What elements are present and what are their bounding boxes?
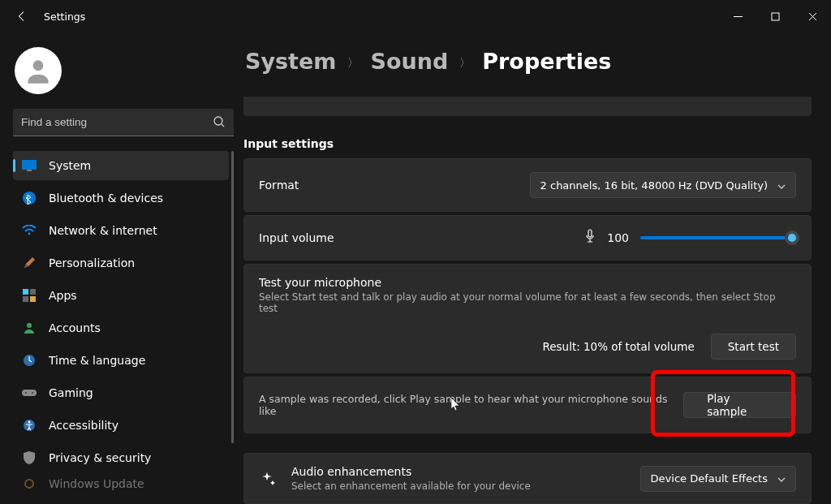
svg-rect-11: [23, 296, 28, 302]
window-title: Settings: [44, 11, 85, 23]
svg-point-13: [27, 323, 32, 328]
nav-item-accessibility[interactable]: Accessibility: [13, 411, 229, 440]
nav-label: Bluetooth & devices: [49, 192, 163, 205]
svg-rect-15: [22, 390, 37, 396]
display-icon: [21, 157, 37, 174]
search-input[interactable]: [13, 109, 234, 136]
test-title: Test your microphone: [259, 276, 796, 289]
nav-item-windows-update[interactable]: Windows Update: [13, 476, 229, 492]
chevron-right-icon: 〉: [347, 56, 359, 71]
enh-dropdown[interactable]: Device Default Effects: [640, 466, 796, 492]
svg-rect-20: [588, 230, 592, 237]
play-sample-card: A sample was recorded, click Play sample…: [243, 377, 812, 433]
svg-rect-1: [772, 13, 779, 20]
crumb-sound[interactable]: Sound: [370, 49, 448, 74]
volume-value: 100: [607, 231, 629, 244]
nav-item-apps[interactable]: Apps: [13, 281, 229, 310]
nav-item-gaming[interactable]: Gaming: [13, 378, 229, 407]
input-volume-row: Input volume 100: [243, 215, 812, 261]
microphone-icon: [584, 229, 596, 247]
nav-label: System: [49, 159, 91, 172]
svg-point-17: [32, 392, 33, 394]
format-row: Format 2 channels, 16 bit, 48000 Hz (DVD…: [243, 158, 812, 212]
format-value: 2 channels, 16 bit, 48000 Hz (DVD Qualit…: [540, 179, 768, 192]
nav-list: System Bluetooth & devices Network & int…: [13, 151, 234, 504]
volume-slider[interactable]: [640, 236, 796, 239]
search-field[interactable]: [13, 109, 234, 136]
slider-thumb[interactable]: [785, 230, 799, 245]
accessibility-icon: [21, 417, 37, 433]
svg-point-8: [28, 233, 31, 235]
nav-label: Windows Update: [49, 477, 144, 490]
section-title-input: Input settings: [243, 137, 812, 150]
main-content: System 〉 Sound 〉 Properties Input settin…: [243, 32, 831, 504]
svg-rect-9: [23, 289, 28, 295]
nav-item-privacy[interactable]: Privacy & security: [13, 443, 229, 472]
play-sample-button[interactable]: Play sample: [683, 392, 796, 418]
breadcrumb: System 〉 Sound 〉 Properties: [245, 49, 812, 74]
sidebar: System Bluetooth & devices Network & int…: [0, 32, 243, 504]
nav-label: Accounts: [49, 321, 101, 334]
nav-label: Privacy & security: [49, 451, 151, 464]
wifi-icon: [21, 222, 37, 239]
clock-globe-icon: [21, 352, 37, 368]
nav-item-personalization[interactable]: Personalization: [13, 248, 229, 278]
sample-text: A sample was recorded, click Play sample…: [259, 393, 683, 417]
chevron-down-icon: [777, 179, 786, 192]
bluetooth-icon: [21, 190, 37, 206]
test-subtitle: Select Start test and talk or play audio…: [259, 291, 796, 314]
minimize-button[interactable]: [719, 0, 756, 32]
person-icon: [21, 320, 37, 336]
gamepad-icon: [21, 385, 37, 401]
input-volume-label: Input volume: [259, 231, 334, 244]
update-icon: [21, 476, 37, 492]
svg-point-3: [214, 117, 222, 125]
svg-point-19: [28, 421, 31, 424]
title-bar: Settings: [0, 0, 831, 32]
svg-point-2: [33, 60, 44, 71]
user-avatar[interactable]: [15, 47, 62, 94]
enh-subtitle: Select an enhancement available for your…: [291, 480, 531, 492]
format-label: Format: [259, 179, 299, 192]
nav-item-accounts[interactable]: Accounts: [13, 313, 229, 342]
nav-item-system[interactable]: System: [13, 151, 229, 180]
chevron-down-icon: [777, 472, 786, 485]
apps-icon: [21, 287, 37, 304]
maximize-button[interactable]: [756, 0, 794, 32]
test-microphone-card: Test your microphone Select Start test a…: [243, 264, 812, 373]
nav-label: Apps: [49, 289, 77, 302]
svg-rect-12: [30, 296, 36, 302]
scrollbar-thumb[interactable]: [231, 151, 234, 443]
search-icon: [213, 115, 226, 131]
svg-rect-10: [30, 289, 36, 295]
shield-icon: [21, 450, 37, 466]
format-dropdown[interactable]: 2 channels, 16 bit, 48000 Hz (DVD Qualit…: [530, 172, 796, 198]
back-button[interactable]: [15, 9, 29, 24]
nav-item-bluetooth[interactable]: Bluetooth & devices: [13, 183, 229, 213]
crumb-properties: Properties: [482, 49, 611, 74]
nav-label: Gaming: [49, 386, 93, 399]
chevron-right-icon: 〉: [459, 56, 471, 71]
paintbrush-icon: [21, 255, 37, 271]
nav-label: Time & language: [49, 354, 145, 367]
svg-rect-5: [22, 160, 37, 170]
sparkle-icon: [259, 471, 278, 487]
audio-enhancements-card[interactable]: Audio enhancements Select an enhancement…: [243, 453, 812, 504]
svg-rect-6: [27, 170, 32, 171]
test-result: Result: 10% of total volume: [542, 340, 694, 353]
crumb-system[interactable]: System: [245, 49, 336, 74]
nav-label: Accessibility: [49, 419, 118, 432]
nav-label: Personalization: [49, 256, 135, 269]
svg-line-4: [222, 124, 224, 127]
nav-item-network[interactable]: Network & internet: [13, 216, 229, 245]
svg-point-16: [25, 392, 27, 394]
enh-value: Device Default Effects: [651, 472, 768, 485]
close-button[interactable]: [794, 0, 831, 32]
start-test-button[interactable]: Start test: [711, 334, 796, 360]
nav-label: Network & internet: [49, 224, 157, 237]
nav-item-time[interactable]: Time & language: [13, 346, 229, 375]
enh-title: Audio enhancements: [291, 465, 531, 478]
collapsed-card[interactable]: [243, 97, 812, 116]
